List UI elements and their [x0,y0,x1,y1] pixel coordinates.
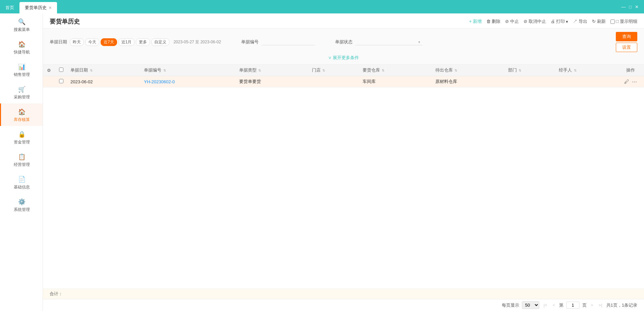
sidebar-item-finance[interactable]: 🔒 资金管理 [0,126,43,148]
close-icon[interactable]: ✕ [635,4,639,9]
doctype-sort-icon: ⇅ [258,69,261,72]
top-bar: 首页 要货单历史 ✕ — □ ✕ [0,0,644,13]
docnum-filter: 单据编号 [241,39,315,45]
row-checkbox-cell [55,76,67,87]
filter-area: 单据日期 昨天 今天 近7天 近1月 更多 自定义 2023-05-27 至 2… [43,29,644,64]
maximize-icon[interactable]: □ [629,4,632,9]
row-pendwarehouse-cell: 原材料仓库 [432,76,505,87]
handler-sort-icon: ⇅ [574,69,577,72]
settings-button[interactable]: 设置 [616,43,637,52]
sidebar-item-sales[interactable]: 📊 销售管理 [0,58,43,81]
date-column-header[interactable]: 单据日期 ⇅ [67,64,141,76]
pagination: 每页显示 50 100 200 |< < 第 页 > >| 共1页，1条记录 [43,299,644,311]
refresh-button[interactable]: ↻ 刷新 [592,18,606,25]
handler-column-header[interactable]: 经手人 ⇅ [555,64,617,76]
date-range-display: 2023-05-27 至 2023-06-02 [173,39,221,45]
main-layout: 🔍 搜索菜单 🏠 快捷导航 📊 销售管理 🛒 采购管理 🏠 库存核算 🔒 资金管… [0,13,644,311]
toolbar: + 新增 🗑 删除 ⊘ 中止 ⊘ 取消中止 🖨 打印 ▾ ↗ 导出 [469,18,637,25]
doctype-column-header[interactable]: 单据类型 ⇅ [236,64,309,76]
row-ops-cell: 🖊 ⋯ [617,76,644,87]
row-more-icon[interactable]: ⋯ [632,79,637,84]
system-icon: ⚙️ [18,198,25,206]
status-select-wrap [355,39,422,45]
table-header-row: ⚙ 单据日期 ⇅ 单据编号 ⇅ 单据类型 [43,64,644,76]
stop-button[interactable]: ⊘ 中止 [505,18,519,25]
sidebar-item-inventory[interactable]: 🏠 库存核算 [0,103,43,126]
checkbox-column-header [55,64,67,76]
page-unit: 页 [582,302,587,308]
tab-home[interactable]: 首页 [0,2,19,13]
status-filter: 单据状态 [335,39,422,45]
select-all-checkbox[interactable] [59,68,63,72]
page-input[interactable] [566,302,580,309]
last-page-icon[interactable]: >| [597,302,604,308]
table-container: ⚙ 单据日期 ⇅ 单据编号 ⇅ 单据类型 [43,64,644,288]
row-checkbox[interactable] [59,79,63,83]
date-btn-more[interactable]: 更多 [136,38,150,46]
docnum-column-header[interactable]: 单据编号 ⇅ [141,64,235,76]
sidebar-item-search[interactable]: 🔍 搜索菜单 [0,13,43,36]
row-docnum-link[interactable]: YH-20230602-0 [144,79,175,84]
sidebar-item-basic[interactable]: 📄 基础信息 [0,171,43,193]
prev-page-icon[interactable]: < [551,302,556,308]
row-handler-cell [555,76,617,87]
store-sort-icon: ⇅ [322,69,325,72]
tab-list: 首页 要货单历史 ✕ [0,0,57,13]
sidebar-item-purchase[interactable]: 🛒 采购管理 [0,81,43,103]
reqwarehouse-column-header[interactable]: 要货仓库 ⇅ [359,64,432,76]
row-edit-icon[interactable]: 🖊 [624,79,629,84]
date-btn-custom[interactable]: 自定义 [151,38,169,46]
row-reqwarehouse-cell: 车间库 [359,76,432,87]
tab-close-icon[interactable]: ✕ [49,6,52,10]
search-icon: 🔍 [18,18,25,26]
gear-column-header[interactable]: ⚙ [43,64,55,76]
delete-button[interactable]: 🗑 删除 [486,18,501,25]
tab-history[interactable]: 要货单历史 ✕ [19,2,57,13]
date-filter: 单据日期 昨天 今天 近7天 近1月 更多 自定义 2023-05-27 至 2… [50,38,221,46]
sidebar-item-quicknav[interactable]: 🏠 快捷导航 [0,36,43,58]
docnum-input[interactable] [261,39,315,45]
dept-column-header[interactable]: 部门 ⇅ [505,64,555,76]
pendwarehouse-column-header[interactable]: 待出仓库 ⇅ [432,64,505,76]
date-btn-yesterday[interactable]: 昨天 [70,38,84,46]
operations-icon: 📋 [18,153,25,161]
page-header: 要货单历史 + 新增 🗑 删除 ⊘ 中止 ⊘ 取消中止 🖨 打印 ▾ [43,13,644,29]
expand-row: ∨ 展开更多条件 [50,52,637,61]
cancel-stop-button[interactable]: ⊘ 取消中止 [524,18,546,25]
filter-row-1: 单据日期 昨天 今天 近7天 近1月 更多 自定义 2023-05-27 至 2… [50,32,637,52]
print-button[interactable]: 🖨 打印 ▾ [551,18,569,25]
per-page-select[interactable]: 50 100 200 [522,301,539,309]
status-select[interactable] [355,39,422,45]
print-dropdown-icon[interactable]: ▾ [566,19,568,24]
action-buttons: 查询 设置 [616,32,637,52]
date-btn-today[interactable]: 今天 [85,38,99,46]
sidebar-item-system[interactable]: ⚙️ 系统管理 [0,193,43,216]
pendwarehouse-sort-icon: ⇅ [454,69,457,72]
query-button[interactable]: 查询 [616,32,637,41]
expand-button[interactable]: ∨ 展开更多条件 [328,55,359,61]
row-date-cell: 2023-06-02 [67,76,141,87]
window-controls: — □ ✕ [621,4,644,9]
data-table: ⚙ 单据日期 ⇅ 单据编号 ⇅ 单据类型 [43,64,644,87]
table-footer: 合计： [43,288,644,299]
ops-column-header: 操作 [617,64,644,76]
table-row: 2023-06-02 YH-20230602-0 要货单要货 车间库 原材料仓库… [43,76,644,87]
date-btn-1month[interactable]: 近1月 [118,38,135,46]
first-page-icon[interactable]: |< [542,302,548,308]
finance-icon: 🔒 [18,131,25,138]
basic-icon: 📄 [18,176,25,183]
minimize-icon[interactable]: — [621,4,626,9]
reqwarehouse-sort-icon: ⇅ [382,69,384,72]
store-column-header[interactable]: 门店 ⇅ [309,64,359,76]
export-button[interactable]: ↗ 导出 [573,18,587,25]
row-doctype-cell: 要货单要货 [236,76,309,87]
next-page-icon[interactable]: > [589,302,595,308]
new-button[interactable]: + 新增 [469,18,482,25]
sidebar: 🔍 搜索菜单 🏠 快捷导航 📊 销售管理 🛒 采购管理 🏠 库存核算 🔒 资金管… [0,13,43,311]
show-detail-checkbox[interactable] [610,19,615,24]
sales-icon: 📊 [18,63,25,71]
date-btn-7days[interactable]: 近7天 [101,38,117,46]
row-docnum-cell: YH-20230602-0 [141,76,235,87]
sidebar-item-operations[interactable]: 📋 经营管理 [0,148,43,171]
show-detail-toggle[interactable]: □ 显示明细 [610,18,637,25]
